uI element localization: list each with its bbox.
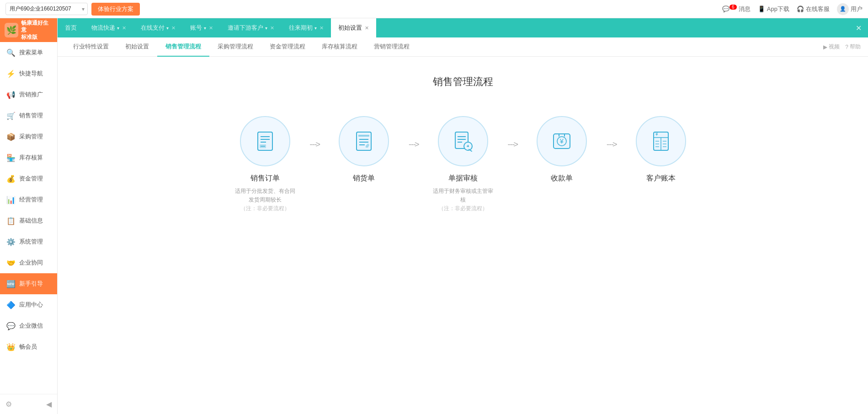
- subtab-industry[interactable]: 行业特性设置: [65, 37, 117, 57]
- close-icon[interactable]: ✕: [270, 25, 274, 31]
- sidebar-item-inventory[interactable]: 🏪 库存核算: [0, 147, 57, 168]
- logo-text: 畅康通好生意 标准版: [21, 20, 53, 41]
- sidebar-quick-label: 快捷导航: [19, 69, 43, 78]
- sidebar-item-sales[interactable]: 🛒 销售管理: [0, 105, 57, 126]
- close-icon[interactable]: ✕: [320, 25, 324, 31]
- chevron-down-icon: ▾: [117, 26, 119, 31]
- collapse-button[interactable]: ◀: [44, 398, 53, 410]
- sidebar-item-marketing[interactable]: 📢 营销推广: [0, 84, 57, 105]
- content-area: 销售管理流程 销售订单 适用于分批发货、有合同发货周期较长（注：非必要流程）: [58, 57, 868, 414]
- nav-tab-init-label: 初始设置: [338, 24, 362, 32]
- flow-arrow-4: - - ->: [603, 140, 620, 149]
- sidebar-item-basic[interactable]: 📋 基础信息: [0, 210, 57, 231]
- sidebar-item-cooperation[interactable]: 🤝 企业协同: [0, 252, 57, 273]
- nav-tab-account[interactable]: 账号 ▾ ✕: [183, 18, 220, 37]
- member-icon: 👑: [6, 343, 16, 351]
- operations-icon: 📊: [6, 196, 16, 204]
- app-icon: 📱: [758, 5, 765, 12]
- sidebar-logo: 🌿 畅康通好生意 标准版: [0, 18, 57, 42]
- sidebar-member-label: 畅会员: [19, 343, 37, 351]
- svg-text:¥: ¥: [655, 132, 658, 137]
- step-title-sales-order: 销售订单: [250, 174, 280, 183]
- help-label: 帮助: [850, 43, 861, 51]
- subtab-marketing-flow-label: 营销管理流程: [374, 42, 410, 51]
- step-desc-sales-order: 适用于分批发货、有合同发货周期较长（注：非必要流程）: [233, 187, 297, 213]
- subtab-sales-flow[interactable]: 销售管理流程: [157, 37, 209, 57]
- sidebar-item-guide[interactable]: 🆕 新手引导: [0, 273, 57, 294]
- experience-button[interactable]: 体验行业方案: [91, 3, 140, 16]
- settings-bottom-button[interactable]: ⚙: [4, 398, 14, 410]
- help-button[interactable]: ? 帮助: [845, 43, 861, 51]
- user-display-name: 用户: [851, 5, 863, 13]
- nav-tab-home[interactable]: 首页: [58, 18, 84, 37]
- video-icon: ▶: [823, 44, 827, 50]
- help-icon: ?: [845, 44, 848, 50]
- quick-icon: ⚡: [6, 69, 16, 78]
- message-badge: 6: [730, 5, 737, 10]
- logo-line2: 标准版: [21, 34, 53, 41]
- page-title: 销售管理流程: [433, 75, 493, 89]
- system-icon: ⚙️: [6, 238, 16, 246]
- sidebar-item-search[interactable]: 🔍 搜索菜单: [0, 42, 57, 63]
- flow-arrow-3: - - ->: [504, 140, 521, 149]
- close-icon[interactable]: ✕: [122, 25, 126, 31]
- nav-tab-period[interactable]: 往来期初 ▾ ✕: [282, 18, 331, 37]
- sidebar-item-finance[interactable]: 💰 资金管理: [0, 168, 57, 189]
- sidebar-item-system[interactable]: ⚙️ 系统管理: [0, 231, 57, 252]
- sidebar-item-purchase[interactable]: 📦 采购管理: [0, 126, 57, 147]
- step-title-sales-invoice: 销货单: [353, 174, 375, 183]
- service-item[interactable]: 🎧 在线客服: [797, 5, 830, 13]
- sales-invoice-circle[interactable]: [339, 116, 389, 166]
- user-selector[interactable]: 用户690企业1660120507: [5, 3, 88, 15]
- nav-tab-invite[interactable]: 邀请下游客户 ▾ ✕: [220, 18, 282, 37]
- marketing-icon: 📢: [6, 90, 16, 99]
- audit-circle[interactable]: [438, 116, 488, 166]
- subtab-purchase-flow[interactable]: 采购管理流程: [209, 37, 261, 57]
- app-download-item[interactable]: 📱 App下载: [758, 5, 789, 13]
- sidebar-item-wechat[interactable]: 💬 企业微信: [0, 315, 57, 336]
- nav-tab-account-label: 账号: [190, 24, 202, 32]
- close-icon[interactable]: ✕: [209, 25, 213, 31]
- close-icon[interactable]: ✕: [365, 25, 369, 31]
- subtab-init[interactable]: 初始设置: [117, 37, 157, 57]
- video-help-button[interactable]: ▶ 视频: [823, 43, 840, 51]
- sidebar-item-operations[interactable]: 📊 经营管理: [0, 189, 57, 210]
- subtab-inventory-flow[interactable]: 库存核算流程: [314, 37, 366, 57]
- close-icon[interactable]: ✕: [171, 25, 176, 31]
- message-icon-item[interactable]: 💬 6 消息: [722, 5, 751, 13]
- sub-tabs: 行业特性设置 初始设置 销售管理流程 采购管理流程 资金管理流程 库存核算流程 …: [58, 37, 868, 57]
- subtab-industry-label: 行业特性设置: [73, 42, 109, 51]
- top-bar-right: 💬 6 消息 📱 App下载 🎧 在线客服 👤 用户: [722, 3, 863, 15]
- nav-tab-logistics[interactable]: 物流快递 ▾ ✕: [84, 18, 133, 37]
- subtab-marketing-flow[interactable]: 营销管理流程: [366, 37, 418, 57]
- sales-invoice-icon: [352, 129, 376, 153]
- receipt-circle[interactable]: ¥: [537, 116, 587, 166]
- sidebar-operations-label: 经营管理: [19, 196, 43, 204]
- user-avatar-item[interactable]: 👤 用户: [837, 3, 863, 15]
- subtab-inventory-flow-label: 库存核算流程: [322, 42, 357, 51]
- flow-step-sales-order: 销售订单 适用于分批发货、有合同发货周期较长（注：非必要流程）: [224, 116, 306, 213]
- wechat-icon: 💬: [6, 322, 16, 330]
- logo-icon: 🌿: [5, 23, 18, 37]
- arrow-icon: - - ->: [310, 140, 320, 149]
- sidebar-bottom: ⚙ ◀: [0, 394, 57, 414]
- nav-tab-init[interactable]: 初始设置 ✕: [331, 18, 376, 37]
- sidebar-item-member[interactable]: 👑 畅会员: [0, 336, 57, 357]
- subtab-sales-flow-label: 销售管理流程: [165, 42, 201, 51]
- sales-order-circle[interactable]: [240, 116, 290, 166]
- sidebar-item-app-center[interactable]: 🔷 应用中心: [0, 294, 57, 315]
- subtab-finance-flow[interactable]: 资金管理流程: [261, 37, 314, 57]
- flow-arrow-1: - - ->: [306, 140, 323, 149]
- audit-icon: [451, 129, 475, 153]
- subtab-purchase-flow-label: 采购管理流程: [218, 42, 253, 51]
- sidebar-item-quick[interactable]: ⚡ 快捷导航: [0, 63, 57, 84]
- message-label: 消息: [739, 5, 751, 13]
- nav-tab-logistics-label: 物流快递: [91, 24, 115, 32]
- receipt-icon: ¥: [550, 129, 574, 153]
- ledger-circle[interactable]: ¥: [636, 116, 686, 166]
- service-label: 在线客服: [806, 5, 830, 13]
- nav-tab-payment[interactable]: 在线支付 ▾ ✕: [133, 18, 183, 37]
- main-wrap: 首页 物流快递 ▾ ✕ 在线支付 ▾ ✕ 账号 ▾ ✕ 邀请下游客户 ▾ ✕ 往…: [58, 18, 868, 414]
- flow-step-audit: 单据审核 适用于财务审核或主管审核（注：非必要流程）: [422, 116, 504, 213]
- close-all-tabs-button[interactable]: ✕: [849, 24, 868, 32]
